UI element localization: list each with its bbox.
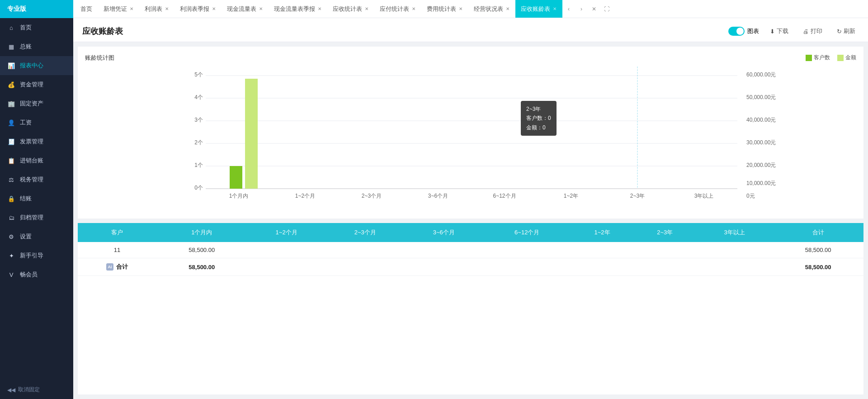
svg-text:2个: 2个 — [194, 139, 203, 146]
refresh-button[interactable]: ↻ 刷新 — [833, 25, 859, 37]
sidebar-item-invoice[interactable]: 🧾 发票管理 — [0, 132, 73, 151]
sidebar-label-tax: 税务管理 — [20, 176, 43, 184]
ledger-icon: ▦ — [7, 43, 15, 51]
download-icon: ⬇ — [770, 28, 775, 35]
svg-text:5个: 5个 — [194, 71, 203, 78]
table-total-row: Ai 合计 58,500.00 58,500.00 — [78, 258, 863, 276]
sidebar-label-sales: 进销台账 — [20, 157, 43, 165]
tab-close-cashflow-q[interactable]: ✕ — [318, 6, 321, 11]
tab-expense-stat[interactable]: 费用统计表 ✕ — [421, 0, 468, 18]
col-header-m1: 1个月内 — [156, 223, 247, 242]
cell-m23-0 — [326, 242, 405, 258]
sidebar-label-reports: 报表中心 — [20, 62, 43, 70]
sidebar-item-reports[interactable]: 📊 报表中心 — [0, 56, 73, 75]
tab-voucher[interactable]: 新增凭证 ✕ — [98, 0, 139, 18]
tab-profit[interactable]: 利润表 ✕ — [139, 0, 175, 18]
tab-close-voucher[interactable]: ✕ — [130, 6, 133, 11]
table-header-row: 客户 1个月内 1~2个月 2~3个月 3~6个月 6~12个月 1~2年 2~… — [78, 223, 863, 242]
sidebar-item-sales[interactable]: 📋 进销台账 — [0, 151, 73, 170]
chart-area: 账龄统计图 客户数 金额 5个 4个 3个 2个 — [78, 47, 863, 218]
tab-close-profit-q[interactable]: ✕ — [212, 6, 216, 11]
tab-payable-stat[interactable]: 应付统计表 ✕ — [374, 0, 421, 18]
sidebar-item-archive[interactable]: 🗂 归档管理 — [0, 208, 73, 227]
sidebar-item-guide[interactable]: ✦ 新手引导 — [0, 246, 73, 265]
svg-text:20,000.00元: 20,000.00元 — [746, 162, 776, 168]
aging-table: 客户 1个月内 1~2个月 2~3个月 3~6个月 6~12个月 1~2年 2~… — [78, 223, 863, 276]
total-label-cell: Ai 合计 — [78, 258, 156, 276]
sidebar-item-ledger[interactable]: ▦ 总账 — [0, 37, 73, 56]
collapse-icon: ◀◀ — [7, 387, 15, 393]
tabbar: 首页 新增凭证 ✕ 利润表 ✕ 利润表季报 ✕ 现金流量表 ✕ 现金流量表季报 … — [73, 0, 868, 18]
tab-close-payable-stat[interactable]: ✕ — [412, 6, 415, 11]
chart-svg: 5个 4个 3个 2个 1个 0个 60,000.00元 50,000.00元 … — [85, 66, 856, 202]
collapse-label: 取消固定 — [18, 386, 40, 394]
total-m23 — [326, 258, 405, 276]
sidebar-item-settings[interactable]: ⚙ 设置 — [0, 227, 73, 246]
total-y23 — [633, 258, 696, 276]
total-m1: 58,500.00 — [156, 258, 247, 276]
tab-cashflow-q[interactable]: 现金流量表季报 ✕ — [269, 0, 327, 18]
tab-profit-q[interactable]: 利润表季报 ✕ — [175, 0, 222, 18]
sidebar-label-ledger: 总账 — [20, 43, 32, 51]
bar-amount-0 — [245, 79, 258, 189]
sidebar-item-close[interactable]: 🔒 结账 — [0, 189, 73, 208]
tab-label-profit-q: 利润表季报 — [180, 5, 209, 13]
tab-label-expense-stat: 费用统计表 — [427, 5, 456, 13]
cell-m12-0 — [247, 242, 326, 258]
sidebar-item-vip[interactable]: V 畅会员 — [0, 265, 73, 284]
tab-close-expense-stat[interactable]: ✕ — [459, 6, 462, 11]
archive-icon: 🗂 — [7, 214, 15, 222]
svg-text:40,000.00元: 40,000.00元 — [746, 117, 776, 123]
tab-close-all-button[interactable]: ✕ — [588, 3, 600, 15]
collapse-button[interactable]: ◀◀ 取消固定 — [0, 380, 73, 399]
print-button[interactable]: 🖨 打印 — [799, 25, 826, 37]
total-grand: 58,500.00 — [773, 258, 863, 276]
col-header-y3p: 3年以上 — [696, 223, 773, 242]
guide-icon: ✦ — [7, 252, 15, 260]
tab-cashflow[interactable]: 现金流量表 ✕ — [222, 0, 269, 18]
tab-receivable-aging[interactable]: 应收账龄表 ✕ — [515, 0, 562, 18]
tab-close-biz-status[interactable]: ✕ — [506, 6, 509, 11]
page-header: 应收账龄表 图表 ⬇ 下载 🖨 打印 ↻ 刷新 — [73, 18, 868, 42]
cell-y3p-0 — [696, 242, 773, 258]
sidebar-item-assets[interactable]: 🏢 固定资产 — [0, 94, 73, 113]
sidebar-item-payroll[interactable]: 👤 工资 — [0, 113, 73, 132]
tab-label-cashflow: 现金流量表 — [227, 5, 256, 13]
chart-title: 账龄统计图 — [85, 54, 856, 62]
total-m12 — [247, 258, 326, 276]
tab-label-receivable-stat: 应收统计表 — [333, 5, 362, 13]
col-header-m36: 3~6个月 — [405, 223, 483, 242]
table-row: 11 58,500.00 58,500.00 — [78, 242, 863, 258]
sidebar-item-home[interactable]: ⌂ 首页 — [0, 18, 73, 37]
bar-customers-0 — [230, 166, 242, 189]
legend-amount-label: 金额 — [845, 54, 856, 62]
home-icon: ⌂ — [7, 24, 15, 32]
header-actions: 图表 ⬇ 下载 🖨 打印 ↻ 刷新 — [728, 25, 859, 37]
tab-receivable-stat[interactable]: 应收统计表 ✕ — [327, 0, 374, 18]
tab-close-receivable-aging[interactable]: ✕ — [553, 6, 557, 11]
tax-icon: ⚖ — [7, 176, 15, 184]
sidebar-item-funds[interactable]: 💰 资金管理 — [0, 75, 73, 94]
tab-prev-button[interactable]: ‹ — [562, 3, 575, 15]
tab-next-button[interactable]: › — [575, 3, 588, 15]
total-y3p — [696, 258, 773, 276]
funds-icon: 💰 — [7, 81, 15, 89]
download-button[interactable]: ⬇ 下载 — [766, 25, 792, 37]
svg-text:1~2个月: 1~2个月 — [295, 193, 315, 199]
sidebar-item-tax[interactable]: ⚖ 税务管理 — [0, 170, 73, 189]
tab-close-receivable-stat[interactable]: ✕ — [365, 6, 368, 11]
chart-toggle[interactable]: 图表 — [728, 27, 759, 36]
tab-biz-status[interactable]: 经营状况表 ✕ — [468, 0, 515, 18]
tab-label-home: 首页 — [80, 5, 92, 13]
tab-close-profit[interactable]: ✕ — [165, 6, 169, 11]
cell-m1-0: 58,500.00 — [156, 242, 247, 258]
tab-expand-button[interactable]: ⛶ — [600, 3, 613, 15]
sidebar-label-payroll: 工资 — [20, 119, 32, 127]
svg-text:6~12个月: 6~12个月 — [493, 193, 516, 199]
tab-home[interactable]: 首页 — [75, 0, 98, 18]
sidebar-label-assets: 固定资产 — [20, 100, 43, 108]
tab-label-cashflow-q: 现金流量表季报 — [274, 5, 315, 13]
sidebar: 专业版 ⌂ 首页 ▦ 总账 📊 报表中心 💰 资金管理 🏢 固定资产 👤 工资 … — [0, 0, 73, 399]
tab-close-cashflow[interactable]: ✕ — [259, 6, 263, 11]
toggle-track[interactable] — [728, 27, 745, 36]
